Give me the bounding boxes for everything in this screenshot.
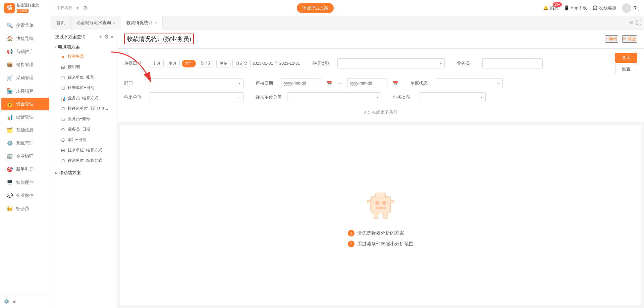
- filter-settings-button[interactable]: 设置: [615, 64, 637, 74]
- plan-item-by-unit-settlement2[interactable]: □ 往来单位+结算方式: [51, 155, 117, 166]
- panel-add-button[interactable]: +: [99, 34, 102, 40]
- partner-category-select[interactable]: ▾: [287, 92, 381, 102]
- plan-group-label: 电脑端方案: [58, 44, 80, 50]
- plan-item-by-unit-date[interactable]: □ 往来单位+日期: [51, 83, 117, 93]
- sidebar-collapse-icon[interactable]: ◀: [12, 299, 15, 304]
- voucher-type-select[interactable]: ▾: [337, 58, 445, 68]
- sidebar-item-search[interactable]: 🔍 搜索菜单: [1, 19, 49, 32]
- calendar-start-icon[interactable]: 📅: [327, 81, 332, 86]
- sidebar-item-label: 库存核算: [16, 88, 34, 94]
- sidebar-item-wechat[interactable]: 💬 企业微信: [1, 189, 49, 202]
- plan-group-mobile-title[interactable]: ▶ 移动端方案: [51, 168, 117, 177]
- salesperson-select[interactable]: ···: [482, 58, 543, 68]
- svg-rect-0: [371, 196, 391, 213]
- collapse-label: 收起更多条件: [372, 109, 398, 115]
- sidebar-item-finance[interactable]: 💰 资金管理: [1, 98, 49, 110]
- page-title: 收款情况统计(按业务员): [124, 34, 194, 44]
- app-download-button[interactable]: 📱 App下载: [564, 5, 587, 11]
- export-button[interactable]: ↑ 导出: [605, 35, 619, 43]
- svg-rect-8: [383, 213, 387, 218]
- sidebar-item-marketing[interactable]: 📢 营销推广: [1, 45, 49, 58]
- basic-icon: 🗂️: [7, 127, 13, 133]
- audit-date-start-input[interactable]: [281, 78, 321, 88]
- online-service-button[interactable]: 🎧 在线客服: [592, 5, 616, 11]
- svg-rect-7: [374, 213, 378, 218]
- business-type-select[interactable]: ▾: [419, 92, 486, 102]
- logo-area: 畅 畅捷通好生意 标准版: [0, 0, 51, 16]
- dept-select[interactable]: ▾: [150, 78, 244, 88]
- user-name: Rit: [633, 5, 639, 10]
- plan-item-by-salesperson[interactable]: ● 按业务员: [51, 51, 117, 62]
- plan-item-by-unit-settlement1[interactable]: ⊞ 往来单位+结算方式: [51, 145, 117, 155]
- tab-collection-stats[interactable]: 收款情况统计 ×: [121, 16, 163, 30]
- salesperson-more[interactable]: ···: [536, 61, 540, 66]
- date-more[interactable]: 更多: [216, 60, 230, 67]
- tab-bank-flow[interactable]: 现金银行流水查询 ×: [71, 16, 121, 30]
- window-close-icon[interactable]: ✕: [629, 19, 633, 26]
- voucher-status-label: 单据状态: [410, 80, 430, 86]
- sidebar-item-system[interactable]: ⚙️ 系统管理: [1, 137, 49, 150]
- date-custom[interactable]: 自定义: [232, 60, 251, 67]
- partner-more-icon[interactable]: ···: [237, 95, 240, 100]
- date-7-days[interactable]: 近7天: [198, 60, 214, 67]
- plan-group-desktop-title[interactable]: ▾ 电脑端方案: [51, 43, 117, 51]
- window-maximize-icon[interactable]: ⛶: [636, 20, 641, 26]
- sidebar-item-inventory[interactable]: 🏪 库存核算: [1, 85, 49, 97]
- plan-item-label: 往来单位+日期: [68, 85, 94, 91]
- bell-icon: 🔔: [543, 5, 548, 10]
- messages-button[interactable]: 🔔 消息 99+: [543, 5, 558, 11]
- plan-item-by-unit-dept[interactable]: □ 按往来单位+部门+收...: [51, 103, 117, 114]
- trial-button[interactable]: 体验行业方案: [297, 3, 334, 13]
- tab-collection-stats-close[interactable]: ×: [155, 20, 157, 25]
- header-dropdown-icon[interactable]: ▾: [76, 5, 79, 10]
- sidebar: 畅 畅捷通好生意 标准版 🔍 搜索菜单 🏠 快捷导航 📢 营销推广 📦 销售管理…: [0, 0, 51, 308]
- tab-home-label: 首页: [56, 20, 65, 26]
- audit-date-end-input[interactable]: [347, 78, 387, 88]
- sidebar-item-enterprise[interactable]: 🏢 企业协同: [1, 150, 49, 163]
- partner-select[interactable]: ···: [150, 92, 244, 102]
- plan-group-desktop: ▾ 电脑端方案 ● 按业务员 ⊞ 按明细 □ 往来单位+账号 □ 往来单位+: [51, 43, 117, 168]
- sidebar-item-operation[interactable]: 📊 经营管理: [1, 111, 49, 123]
- tab-bank-flow-close[interactable]: ×: [113, 20, 115, 25]
- sidebar-item-member[interactable]: 👑 畅会员: [1, 202, 49, 215]
- header-right: 🔔 消息 99+ 📱 App下载 🎧 在线客服 Rit: [543, 3, 639, 13]
- sidebar-item-sales[interactable]: 📦 销售管理: [1, 58, 49, 71]
- sidebar-item-hardware[interactable]: 🖥️ 智能硬件: [1, 176, 49, 189]
- refresh-button[interactable]: ↻ 刷新: [622, 35, 637, 43]
- plan-item-by-salesperson-account[interactable]: □ 业务员+账号: [51, 114, 117, 124]
- voucher-status-select[interactable]: ▾: [436, 78, 503, 88]
- header-settings-icon[interactable]: ⚙: [83, 5, 88, 11]
- sidebar-item-quick-nav[interactable]: 🏠 快捷导航: [1, 32, 49, 45]
- filter-row-2: 部门 ▾ 审核日期 📅 — 📅 单据状态 ▾: [124, 78, 637, 88]
- page-actions: ↑ 导出 ↻ 刷新: [605, 35, 638, 43]
- panel-settings-button[interactable]: ⚙: [104, 34, 109, 40]
- user-avatar: [622, 3, 631, 13]
- plan-item-by-unit-account[interactable]: □ 往来单位+账号: [51, 72, 117, 83]
- sidebar-item-label: 基础信息: [16, 127, 34, 133]
- plan-item-by-dept-date[interactable]: ⊙ 部门+日期: [51, 135, 117, 145]
- sidebar-settings-icon[interactable]: ⚙️: [4, 299, 9, 304]
- wechat-icon: 💬: [7, 193, 13, 199]
- plan-item-by-salesperson-date[interactable]: ⊙ 业务员+日期: [51, 124, 117, 135]
- user-area: Rit: [622, 3, 639, 13]
- plan-item-label: 往来单位+结算方式: [68, 147, 102, 153]
- calendar-end-icon[interactable]: 📅: [393, 81, 398, 86]
- plan-item-by-detail[interactable]: ⊞ 按明细: [51, 62, 117, 72]
- refresh-label: 刷新: [628, 36, 637, 42]
- page-title-bar: 收款情况统计(按业务员) ↑ 导出 ↻ 刷新: [117, 30, 644, 49]
- date-this-year[interactable]: 本年: [182, 60, 196, 67]
- sidebar-item-guide[interactable]: 🎯 新手引导: [1, 163, 49, 176]
- collapse-button[interactable]: ∧∧ 收起更多条件: [124, 106, 637, 118]
- sidebar-item-basic[interactable]: 🗂️ 基础信息: [1, 124, 49, 137]
- plan-item-by-salesperson-settlement[interactable]: 📊 业务员+结算方式: [51, 93, 117, 103]
- voucher-type-chevron: ▾: [440, 62, 442, 65]
- tab-home[interactable]: 首页: [51, 16, 71, 30]
- operation-icon: 📊: [7, 114, 13, 120]
- date-this-month[interactable]: 本月: [166, 60, 180, 67]
- online-service-label: 在线客服: [599, 5, 616, 11]
- query-button[interactable]: 查询: [615, 53, 637, 63]
- panel-collapse-button[interactable]: «: [111, 34, 113, 39]
- date-last-month[interactable]: 上月: [150, 60, 164, 67]
- sidebar-item-purchase[interactable]: 🛒 采购管理: [1, 71, 49, 84]
- svg-rect-1: [376, 193, 386, 198]
